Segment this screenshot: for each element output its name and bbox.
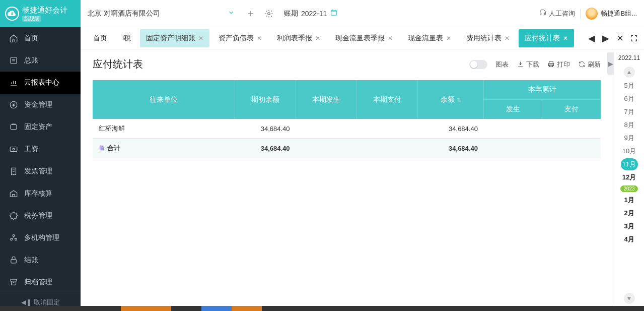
month-item[interactable]: 4月 — [621, 233, 638, 245]
payable-table: 往来单位 期初余额 本期发生 本期支付 余额⇅ 本年累计 发生 支付 红桥海鲜 … — [93, 80, 601, 158]
table-total-row: 🗎合计 34,684.40 34,684.40 — [93, 139, 601, 158]
period-label: 账期 — [284, 9, 298, 18]
tax-icon — [9, 211, 18, 220]
total-year-paid — [542, 139, 601, 158]
tab-cashflow-quarterly[interactable]: 现金流量表季报✕ — [329, 29, 399, 47]
total-year-occurred — [484, 139, 542, 158]
month-item[interactable]: 2月 — [621, 207, 638, 219]
svg-rect-11 — [331, 10, 337, 15]
col-paid[interactable]: 本期支付 — [357, 80, 418, 119]
tab-scroll-left[interactable]: ◀ — [585, 31, 599, 45]
date-prev[interactable]: ▲ — [624, 67, 635, 78]
tab-scroll-right[interactable]: ▶ — [599, 31, 613, 45]
close-icon[interactable]: ✕ — [563, 35, 568, 42]
close-icon[interactable]: ✕ — [446, 35, 451, 42]
nav-label: 库存核算 — [24, 189, 52, 198]
month-item-active[interactable]: 11月 — [621, 158, 638, 170]
chart-icon — [9, 78, 18, 87]
topbar: 北京 对啊酒店有限公司 账期 2022-11 人工咨询 畅捷通B组... — [81, 0, 644, 27]
page-title: 应付统计表 — [93, 57, 143, 71]
col-opening[interactable]: 期初余额 — [235, 80, 296, 119]
nav-label: 发票管理 — [24, 167, 52, 176]
sidebar-collapse-handle[interactable]: ▶ — [607, 52, 614, 75]
gear-icon[interactable] — [263, 8, 275, 20]
date-next[interactable]: ▼ — [624, 293, 635, 304]
company-name[interactable]: 北京 对啊酒店有限公司 — [88, 9, 160, 18]
username: 畅捷通B组... — [601, 9, 637, 18]
svg-rect-8 — [11, 260, 17, 264]
nav-tax[interactable]: 税务管理 — [0, 205, 81, 227]
tab-fixed-asset-detail[interactable]: 固定资产明细账✕ — [140, 29, 209, 47]
col-balance-label: 余额 — [441, 95, 455, 103]
salary-icon — [9, 145, 18, 154]
tab-close-all[interactable]: ✕ — [613, 31, 627, 45]
month-item[interactable]: 6月 — [621, 93, 638, 105]
user-menu[interactable]: 畅捷通B组... — [586, 8, 637, 20]
tab-fullscreen[interactable] — [627, 31, 641, 45]
col-year-paid[interactable]: 支付 — [542, 100, 601, 119]
month-item[interactable]: 1月 — [621, 194, 638, 206]
tab-label: 固定资产明细账 — [146, 34, 195, 43]
month-item[interactable]: 12月 — [621, 171, 638, 183]
tab-home[interactable]: 首页 — [87, 29, 113, 47]
ledger-icon — [9, 56, 18, 65]
month-item[interactable]: 7月 — [621, 106, 638, 118]
period-value[interactable]: 2022-11 — [301, 10, 327, 18]
nav-fixed-assets[interactable]: 固定资产 — [0, 116, 81, 138]
month-item[interactable]: 8月 — [621, 119, 638, 131]
print-button[interactable]: 打印 — [547, 60, 570, 69]
tab-payable-stats[interactable]: 应付统计表✕ — [519, 29, 574, 47]
tab-balance-sheet[interactable]: 资产负债表✕ — [212, 29, 268, 47]
nav-label: 固定资产 — [24, 122, 52, 132]
nav-home[interactable]: 首页 — [0, 27, 81, 49]
nav-closing[interactable]: 结账 — [0, 249, 81, 271]
plus-icon[interactable] — [245, 8, 257, 20]
cloud-icon — [5, 7, 19, 21]
calendar-icon[interactable] — [330, 9, 338, 18]
chevron-down-icon[interactable] — [228, 9, 235, 18]
chart-toggle[interactable] — [469, 60, 487, 69]
nav-ledger[interactable]: 总账 — [0, 49, 81, 72]
warehouse-icon — [9, 189, 18, 198]
refresh-button[interactable]: 刷新 — [578, 60, 601, 69]
nav-salary[interactable]: 工资 — [0, 138, 81, 160]
svg-rect-2 — [11, 125, 17, 130]
cell-paid — [357, 119, 418, 139]
nav-label: 归档管理 — [24, 278, 52, 287]
close-icon[interactable]: ✕ — [388, 35, 393, 42]
tab-itax[interactable]: i税 — [116, 29, 137, 47]
close-icon[interactable]: ✕ — [198, 35, 203, 42]
close-icon[interactable]: ✕ — [257, 35, 262, 42]
nav-report-center[interactable]: 云报表中心 — [0, 72, 81, 94]
tabs-scroll: 首页 i税 固定资产明细账✕ 资产负债表✕ 利润表季报✕ 现金流量表季报✕ 现金… — [81, 29, 582, 47]
refresh-label: 刷新 — [588, 60, 601, 69]
download-button[interactable]: 下载 — [517, 60, 539, 69]
col-year-occurred[interactable]: 发生 — [484, 100, 542, 119]
nav-funds[interactable]: 资金管理 — [0, 94, 81, 116]
month-item[interactable]: 3月 — [621, 220, 638, 232]
month-item[interactable]: 5月 — [621, 80, 638, 92]
table-row[interactable]: 红桥海鲜 34,684.40 34,684.40 — [93, 119, 601, 139]
nav-inventory[interactable]: 库存核算 — [0, 182, 81, 205]
nav-label: 工资 — [24, 145, 38, 154]
close-icon[interactable]: ✕ — [505, 35, 510, 42]
col-balance[interactable]: 余额⇅ — [418, 80, 484, 119]
col-unit[interactable]: 往来单位 — [93, 80, 235, 119]
col-year-acc[interactable]: 本年累计 — [484, 80, 601, 100]
close-icon[interactable]: ✕ — [315, 35, 320, 42]
nav-invoice[interactable]: 发票管理 — [0, 160, 81, 182]
tab-label: 应付统计表 — [525, 34, 560, 43]
month-item[interactable]: 10月 — [621, 145, 638, 157]
tab-profit-quarterly[interactable]: 利润表季报✕ — [271, 29, 326, 47]
sigma-icon: 🗎 — [99, 144, 105, 152]
month-item[interactable]: 9月 — [621, 132, 638, 144]
nav-label: 资金管理 — [24, 100, 52, 109]
nav-multi-org[interactable]: 多机构管理 — [0, 227, 81, 249]
consult-button[interactable]: 人工咨询 — [539, 9, 575, 18]
sort-icon[interactable]: ⇅ — [457, 97, 461, 103]
tab-expense-stats[interactable]: 费用统计表✕ — [460, 29, 516, 47]
nav-archive[interactable]: 归档管理 — [0, 271, 81, 293]
col-occurred[interactable]: 本期发生 — [296, 80, 357, 119]
tab-cashflow[interactable]: 现金流量表✕ — [402, 29, 457, 47]
cell-balance: 34,684.40 — [418, 119, 484, 139]
